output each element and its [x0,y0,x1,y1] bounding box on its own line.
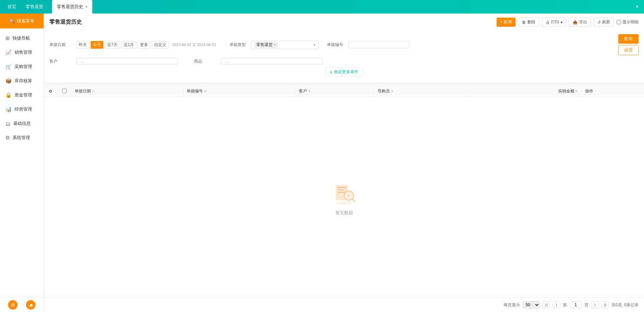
sidebar-item-quick-nav[interactable]: ⊞快捷导航 [0,31,44,45]
prev-page-button[interactable]: ⟨ [553,301,560,309]
per-page-select[interactable]: 50 10 20 100 [523,301,540,309]
table-settings-header[interactable]: ⚙ [44,86,57,97]
filter-row-customer: 客户 ... 商品 ... [49,58,639,65]
sidebar-icon-basic-info: 🗂 [5,121,10,127]
date-btn-更多[interactable]: 更多 [138,41,150,49]
th-guide[interactable]: 导购员 ⇅ [374,86,469,97]
sidebar-search-label: 搜索菜单 [17,18,34,24]
gear-icon: ⚙ [11,302,15,308]
sidebar-item-inventory[interactable]: 📦库存核算 [0,74,44,88]
sidebar-item-system-mgmt[interactable]: ⚙系统管理 [0,131,44,145]
svg-point-8 [347,194,351,197]
print-button[interactable]: 🖨 打印 ▾ [542,18,566,27]
sort-icon-customer: ⇅ [308,89,311,93]
page-number-input[interactable] [570,302,582,308]
refresh-button[interactable]: ↺ 刷新 [594,18,614,27]
sidebar-label-system-mgmt: 系统管理 [13,135,30,141]
svg-point-0 [336,201,352,205]
date-filter-buttons: 昨天今天近7天近1月更多自定义 [76,41,169,49]
export-icon: 📤 [573,20,578,25]
tab-retail-return[interactable]: 零售退货× [21,0,52,14]
filter-row-date: 单据日期 昨天今天近7天近1月更多自定义 2023-06-02 至 2023-0… [49,34,639,55]
next-page-button[interactable]: ⟩ [591,301,599,309]
sidebar-icon-operations: 📊 [5,106,12,112]
sidebar-label-finance: 资金管理 [15,92,32,98]
show-detail-checkbox[interactable] [617,20,621,24]
top-bar: 首页零售退货×零售退货历史× × [0,0,644,14]
tab-close-retail-return-history[interactable]: × [85,5,87,9]
th-number[interactable]: 单据编号 ⇅ [183,86,295,97]
pagination: 每页显示 50 10 20 100 ⟨⟨ ⟨ 第 页 ⟩ ⟩⟩ 共0页, 0条记… [44,297,644,312]
date-btn-今天[interactable]: 今天 [91,41,103,49]
last-page-button[interactable]: ⟩⟩ [601,301,609,309]
sidebar-item-purchase-mgmt[interactable]: 🛒采购管理 [0,60,44,74]
goods-select[interactable]: ... [221,58,323,65]
table-settings-icon[interactable]: ⚙ [49,89,52,94]
sidebar-item-sales-mgmt[interactable]: 📈销售管理 [0,45,44,60]
tab-close-retail-return[interactable]: × [45,5,47,9]
search-icon: 🔍 [9,19,15,24]
show-detail-checkbox-label[interactable]: 显示明细 [617,19,639,25]
collapse-icon: ∧ [330,70,333,74]
svg-rect-4 [337,192,345,193]
filter-area: 单据日期 昨天今天近7天近1月更多自定义 2023-06-02 至 2023-0… [49,31,639,83]
sidebar-search-button[interactable]: 🔍 搜索菜单 [0,14,44,28]
th-guide-label: 导购员 [378,88,390,94]
date-btn-自定义[interactable]: 自定义 [152,41,169,49]
main-content: 零售退货历史 + 新增 🗑 删除 🖨 打印 ▾ 📤 导出 [44,14,644,312]
per-page-label: 每页显示 [504,302,520,308]
tab-list: 首页零售退货×零售退货历史× [3,0,635,14]
doc-type-label: 单据类型 [230,42,246,48]
toolbar: + 新增 🗑 删除 🖨 打印 ▾ 📤 导出 ↺ [497,18,639,27]
th-action: 操作 [581,86,644,97]
doc-type-tag-close[interactable]: × [274,43,276,47]
sidebar-collapse-button[interactable]: ◀ [26,300,35,310]
tab-label-home: 首页 [7,4,16,10]
sidebar-menu: ⊞快捷导航📈销售管理🛒采购管理📦库存核算🔒资金管理📊经营管理🗂基础信息⚙系统管理 [0,28,44,297]
print-dropdown-icon: ▾ [560,20,563,25]
th-date[interactable]: 单据日期 ⇅ [71,86,183,97]
topbar-right: × [635,4,644,9]
sidebar-icon-sales-mgmt: 📈 [5,49,12,55]
date-btn-近1月[interactable]: 近1月 [121,41,137,49]
page-label: 第 [563,302,567,308]
sidebar-label-inventory: 库存核算 [15,78,32,84]
sidebar-item-basic-info[interactable]: 🗂基础信息 [0,116,44,131]
first-page-button[interactable]: ⟨⟨ [543,301,550,309]
table-checkbox-header[interactable] [57,86,71,97]
sidebar-icon-finance: 🔒 [5,92,12,98]
window-close-button[interactable]: × [635,4,640,9]
doc-number-input[interactable] [349,41,409,48]
doc-type-select[interactable]: 零售退货 × ▾ [251,41,319,49]
query-button[interactable]: 查询 [618,34,639,44]
customer-select[interactable]: ... [76,58,178,65]
th-customer[interactable]: 客户 ⇅ [295,86,374,97]
total-info: 共0页, 0条记录 [612,302,639,308]
add-button[interactable]: + 新增 [497,18,516,27]
sidebar-item-operations[interactable]: 📊经营管理 [0,102,44,116]
tab-home[interactable]: 首页 [3,0,21,14]
sidebar-icon-inventory: 📦 [5,78,12,84]
th-amount[interactable]: 实销金额 ⇅ [469,86,581,97]
data-table: ⚙ 单据日期 ⇅ 单据编号 [44,86,644,97]
sidebar-label-quick-nav: 快捷导航 [13,35,30,41]
collapse-filter-button[interactable]: ∧ 收起更多条件 [325,67,363,76]
sidebar: 🔍 搜索菜单 ⊞快捷导航📈销售管理🛒采购管理📦库存核算🔒资金管理📊经营管理🗂基础… [0,14,44,312]
tab-label-retail-return: 零售退货 [26,4,43,10]
print-icon: 🖨 [546,20,550,25]
date-btn-昨天[interactable]: 昨天 [76,41,89,49]
th-customer-label: 客户 [299,88,307,94]
select-all-checkbox[interactable] [62,89,67,93]
doc-type-filter-group: 单据类型 零售退货 × ▾ [230,41,319,49]
customer-filter-label: 客户 [49,59,76,64]
sort-icon-amount: ⇅ [575,89,578,93]
date-btn-近7天[interactable]: 近7天 [105,41,120,49]
sidebar-item-finance[interactable]: 🔒资金管理 [0,88,44,102]
sort-icon-number: ⇅ [204,89,207,93]
date-range-display: 2023-06-02 至 2023-06-02 [172,42,216,47]
delete-button[interactable]: 🗑 删除 [518,18,539,27]
filter-settings-button[interactable]: 设置 [618,45,639,55]
export-button[interactable]: 📤 导出 [569,18,591,27]
tab-retail-return-history[interactable]: 零售退货历史× [52,0,92,14]
sidebar-settings-button[interactable]: ⚙ [8,300,18,310]
